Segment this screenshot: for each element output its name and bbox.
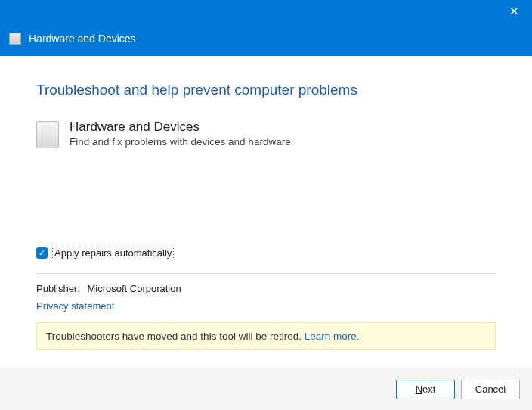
learn-more-link[interactable]: Learn more. — [305, 331, 360, 342]
hardware-icon — [36, 121, 59, 148]
privacy-link[interactable]: Privacy statement — [36, 300, 496, 312]
app-icon — [9, 33, 21, 45]
page-title: Troubleshoot and help prevent computer p… — [36, 82, 496, 98]
checkbox-label: Apply repairs automatically — [52, 247, 174, 259]
troubleshooter-section: Hardware and Devices Find and fix proble… — [36, 120, 496, 148]
publisher-label: Publisher: — [36, 283, 80, 294]
checkbox-icon: ✓ — [36, 247, 48, 259]
section-desc: Find and fix problems with devices and h… — [70, 136, 293, 148]
next-button[interactable]: Next — [396, 380, 455, 399]
publisher-value: Microsoft Corporation — [87, 283, 181, 294]
close-icon[interactable]: ✕ — [508, 5, 520, 17]
section-title: Hardware and Devices — [70, 120, 293, 135]
window-title: Hardware and Devices — [29, 33, 136, 45]
header: Hardware and Devices — [0, 21, 532, 56]
cancel-button[interactable]: Cancel — [461, 380, 520, 399]
titlebar: ✕ — [0, 0, 532, 21]
footer: Next Cancel — [0, 368, 532, 410]
separator — [36, 273, 496, 274]
retirement-banner: Troubleshooters have moved and this tool… — [36, 322, 496, 350]
apply-repairs-checkbox[interactable]: ✓ Apply repairs automatically — [36, 247, 496, 259]
publisher-line: Publisher: Microsoft Corporation — [36, 283, 496, 294]
banner-text: Troubleshooters have moved and this tool… — [46, 331, 302, 342]
